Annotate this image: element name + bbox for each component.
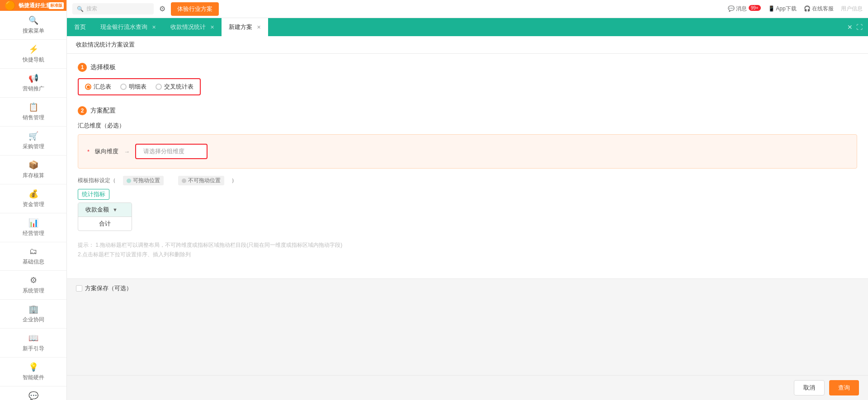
main-area: 🔍 搜索 ⚙ 体验行业方案 💬 消息 99+ 📱 App下载 🎧 在线客服 用户…: [67, 0, 868, 400]
template-radio-group: 汇总表 明细表 交叉统计表: [78, 78, 201, 95]
dimension-row: * 纵向维度 → 请选择分组维度: [87, 144, 848, 159]
sidebar-label-7: 经营管理: [23, 230, 44, 237]
search-box[interactable]: 🔍 搜索: [72, 3, 154, 14]
sidebar-item-2[interactable]: 📢营销推广: [0, 69, 66, 98]
dimension-config: 汇总维度（必选） * 纵向维度 → 请选择分组维度: [78, 122, 857, 169]
draggable-dot-icon: [127, 179, 131, 183]
sidebar-item-7[interactable]: 📊经营管理: [0, 213, 66, 242]
sidebar-item-12[interactable]: 💡智能硬件: [0, 358, 66, 386]
tab-collection-stats-close[interactable]: ✕: [210, 24, 214, 30]
vertical-dim-label: 纵向维度: [95, 147, 118, 155]
metrics-total-row: 合计: [78, 217, 132, 231]
user-info[interactable]: 用户信息: [841, 5, 863, 13]
search-placeholder: 搜索: [86, 5, 97, 13]
close-window-icon[interactable]: ✕: [847, 24, 853, 31]
metrics-dropdown-arrow: ▼: [113, 207, 118, 212]
notification-item[interactable]: 💬 消息 99+: [728, 5, 761, 13]
maximize-icon[interactable]: ⛶: [856, 24, 863, 31]
dimension-select[interactable]: 请选择分组维度: [135, 144, 208, 159]
radio-detail[interactable]: 明细表: [120, 83, 146, 91]
sidebar-label-3: 销售管理: [23, 114, 44, 122]
non-draggable-badge: 不可拖动位置: [178, 176, 224, 185]
tabs-right: ✕ ⛶: [847, 24, 868, 31]
sidebar-label-1: 快捷导航: [23, 56, 44, 64]
cancel-button[interactable]: 取消: [794, 380, 825, 395]
save-checkbox-item[interactable]: 方案保存（可选）: [76, 284, 132, 292]
form-content: 1 选择模板 汇总表 明细表 交叉统计表: [67, 54, 868, 278]
step1-number: 1: [78, 63, 87, 72]
tab-collection-stats[interactable]: 收款情况统计 ✕: [163, 18, 222, 36]
sidebar-item-13[interactable]: 💬企业微信: [0, 386, 66, 400]
app-download[interactable]: 📱 App下载: [768, 5, 797, 13]
tip1: 提示： 1.拖动标题栏可以调整布局，不可跨维度或指标区域拖动栏目段(只能在同一维…: [78, 241, 857, 249]
notification-label: 消息: [736, 5, 747, 12]
radio-cross-circle: [156, 84, 162, 90]
step2-title: 2 方案配置: [78, 106, 857, 115]
sidebar-item-6[interactable]: 💰资金管理: [0, 184, 66, 213]
sidebar-icon-2: 📢: [28, 73, 38, 83]
radio-summary[interactable]: 汇总表: [85, 83, 111, 91]
step1-title: 1 选择模板: [78, 63, 857, 72]
topbar-actions: 💬 消息 99+ 📱 App下载 🎧 在线客服 用户信息: [728, 5, 863, 13]
tab-cash-bank[interactable]: 现金银行流水查询 ✕: [93, 18, 163, 36]
metrics-section: 模板指标设定（ 可拖动位置 不可拖动位置 ） 统计指标: [78, 176, 857, 232]
draggable-label: 可拖动位置: [133, 177, 160, 184]
tab-cash-bank-close[interactable]: ✕: [152, 24, 156, 30]
tab-new-plan-close[interactable]: ✕: [257, 24, 261, 30]
sidebar-icon-13: 💬: [28, 391, 38, 400]
sidebar-logo: 🟠 畅捷通好生意 标准版: [0, 0, 66, 11]
sidebar-icon-12: 💡: [28, 362, 38, 372]
metrics-table-header[interactable]: 收款金额 ▼: [78, 203, 132, 217]
sidebar-icon-0: 🔍: [28, 15, 38, 25]
sidebar-label-11: 新手引导: [23, 345, 44, 353]
radio-cross[interactable]: 交叉统计表: [156, 83, 193, 91]
close-paren: ）: [231, 177, 237, 184]
sidebar-icon-8: 🗂: [29, 247, 38, 256]
notification-badge: 99+: [749, 5, 761, 11]
sidebar-item-9[interactable]: ⚙系统管理: [0, 271, 66, 300]
sidebar-item-10[interactable]: 🏢企业协同: [0, 300, 66, 329]
metrics-column-label: 收款金额: [85, 206, 109, 214]
radio-summary-label: 汇总表: [94, 83, 111, 91]
dimension-area: * 纵向维度 → 请选择分组维度: [78, 134, 857, 169]
sidebar-item-3[interactable]: 📋销售管理: [0, 98, 66, 127]
metrics-header: 模板指标设定（ 可拖动位置 不可拖动位置 ）: [78, 176, 857, 185]
radio-cross-label: 交叉统计表: [164, 83, 193, 91]
sidebar: 🟠 畅捷通好生意 标准版 🔍搜索菜单⚡快捷导航📢营销推广📋销售管理🛒采购管理📦库…: [0, 0, 67, 400]
sidebar-item-0[interactable]: 🔍搜索菜单: [0, 11, 66, 40]
sidebar-icon-4: 🛒: [28, 131, 38, 141]
bottom-bar: 取消 查询: [67, 375, 868, 400]
search-icon: 🔍: [77, 6, 84, 12]
tab-home[interactable]: 首页: [67, 18, 93, 36]
radio-summary-circle: [85, 84, 91, 90]
app-name: 畅捷通好生意: [19, 2, 51, 9]
sidebar-item-11[interactable]: 📖新手引导: [0, 329, 66, 358]
step1-section: 1 选择模板 汇总表 明细表 交叉统计表: [78, 63, 857, 95]
tip2: 2.点击标题栏下拉可设置排序、插入列和删除列: [78, 251, 857, 259]
sidebar-item-5[interactable]: 📦库存核算: [0, 155, 66, 184]
dimension-config-label: 汇总维度（必选）: [78, 122, 857, 130]
sidebar-icon-3: 📋: [28, 102, 38, 112]
sidebar-label-12: 智能硬件: [23, 374, 44, 381]
sidebar-label-4: 采购管理: [23, 143, 44, 151]
sidebar-label-6: 资金管理: [23, 201, 44, 208]
sidebar-item-4[interactable]: 🛒采购管理: [0, 127, 66, 155]
tabs-bar: 首页 现金银行流水查询 ✕ 收款情况统计 ✕ 新建方案 ✕ ✕ ⛶: [67, 18, 868, 36]
topbar: 🔍 搜索 ⚙ 体验行业方案 💬 消息 99+ 📱 App下载 🎧 在线客服 用户…: [67, 0, 868, 18]
sidebar-label-9: 系统管理: [23, 287, 44, 295]
save-checkbox[interactable]: [76, 285, 82, 292]
step2-section: 2 方案配置 汇总维度（必选） * 纵向维度 → 请选择分组维度: [78, 106, 857, 259]
content-area: 收款情况统计方案设置 1 选择模板 汇总表 明细表: [67, 36, 868, 375]
sidebar-icon-5: 📦: [28, 160, 38, 170]
online-service[interactable]: 🎧 在线客服: [804, 5, 834, 13]
sidebar-item-1[interactable]: ⚡快捷导航: [0, 40, 66, 69]
save-label: 方案保存（可选）: [85, 284, 132, 292]
industry-btn[interactable]: 体验行业方案: [171, 2, 219, 16]
sidebar-icon-7: 📊: [28, 218, 38, 228]
metrics-label: 统计指标: [78, 189, 109, 200]
tab-new-plan[interactable]: 新建方案 ✕: [222, 18, 268, 36]
gear-icon[interactable]: ⚙: [159, 5, 165, 13]
query-button[interactable]: 查询: [829, 380, 859, 395]
sidebar-item-8[interactable]: 🗂基础信息: [0, 242, 66, 271]
non-draggable-dot-icon: [182, 179, 186, 183]
